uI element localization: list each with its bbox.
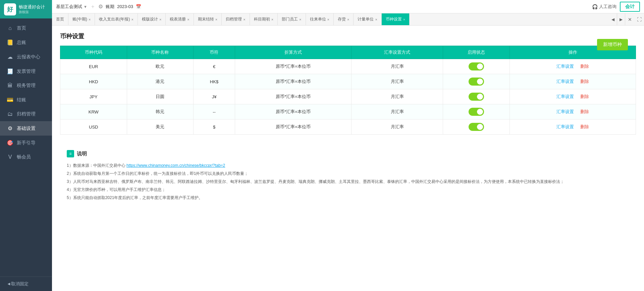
- calc-method: 原币*汇率=本位币: [235, 89, 351, 104]
- tab-close-icon[interactable]: ×: [403, 17, 405, 21]
- tab-[interactable]: 往来单位 ×: [306, 13, 334, 26]
- enable-toggle[interactable]: [469, 78, 484, 86]
- sidebar-label-member: 畅会员: [17, 154, 31, 160]
- currency-symbol: HK$: [194, 74, 235, 89]
- sidebar-footer[interactable]: ◄取消固定: [0, 277, 52, 291]
- enable-toggle[interactable]: [469, 93, 484, 101]
- tab-[interactable]: 科目期初 ×: [250, 13, 278, 26]
- settings-icon: ⚙: [7, 125, 13, 132]
- delete-link[interactable]: 删除: [580, 64, 589, 69]
- tab-close-icon[interactable]: ×: [159, 17, 161, 21]
- sidebar-item-member[interactable]: V畅会员: [0, 150, 52, 164]
- toggle-cell: [443, 74, 510, 89]
- action-cell: 汇率设置 删除: [510, 74, 636, 89]
- toggle-cell: [443, 89, 510, 104]
- sidebar-label-home: 首页: [17, 25, 26, 31]
- delete-link[interactable]: 删除: [580, 94, 589, 99]
- new-currency-button[interactable]: 新增币种: [597, 39, 628, 50]
- sidebar-item-guide[interactable]: 🎯新手引导: [0, 136, 52, 150]
- sidebar-nav: ⌂首页📒总账☁云报表中心🧾发票管理🏛税务管理💳结账🗂归档管理⚙基础设置🎯新手引导…: [0, 18, 52, 277]
- currency-name: 欧元: [127, 59, 194, 74]
- home-icon: ⌂: [7, 25, 13, 31]
- tab-close-icon[interactable]: ×: [375, 17, 377, 21]
- period-display: 账期 2023-03 📅: [106, 4, 141, 10]
- tab-[interactable]: 计量单位 ×: [354, 13, 381, 26]
- kuaiji-button[interactable]: 会计: [620, 2, 640, 12]
- tab-close-icon[interactable]: ×: [271, 17, 273, 21]
- sidebar-item-invoice[interactable]: 🧾发票管理: [0, 64, 52, 79]
- tab-[interactable]: 税表清册 ×: [166, 13, 194, 26]
- tab-[interactable]: 首页: [52, 13, 68, 26]
- reports-icon: ☁: [7, 54, 13, 60]
- tab-[interactable]: 账(中期) ×: [68, 13, 95, 26]
- notes-section: ≡ 说明 1）数据来源：中国外汇交易中心 https://www.chinamo…: [60, 145, 636, 207]
- tab-label: 账(中期): [72, 16, 87, 22]
- sidebar-item-archive[interactable]: 🗂归档管理: [0, 107, 52, 121]
- sidebar-label-tax: 税务管理: [17, 83, 36, 89]
- sidebar-item-reports[interactable]: ☁云报表中心: [0, 50, 52, 64]
- currency-symbol: €: [194, 59, 235, 74]
- content-header: 币种设置 新增币种: [60, 32, 636, 40]
- calc-method: 原币*汇率=本位币: [235, 104, 351, 119]
- table-header: 币种代码币种名称币符折算方式汇率设置方式启用状态操作: [60, 46, 636, 59]
- tab-label: 税表清册: [170, 16, 186, 22]
- col-header: 币符: [194, 46, 235, 59]
- sidebar-item-checkout[interactable]: 💳结账: [0, 93, 52, 107]
- col-header: 折算方式: [235, 46, 351, 59]
- tab-close-icon[interactable]: ×: [299, 17, 301, 21]
- chinamoney-link[interactable]: https://www.chinamoney.com.cn/chinese/bk…: [126, 163, 225, 168]
- calc-method: 原币*汇率=本位币: [235, 59, 351, 74]
- tab-close-icon[interactable]: ×: [243, 17, 245, 21]
- delete-link[interactable]: 删除: [580, 79, 589, 84]
- table-row: KRW 韩元 -- 原币*汇率=本位币 月汇率 汇率设置 删除: [60, 104, 636, 119]
- note-item: 1）数据来源：中国外汇交易中心 https://www.chinamoney.c…: [67, 161, 629, 169]
- rate-settings-link[interactable]: 汇率设置: [556, 64, 574, 69]
- tab-close-icon[interactable]: ×: [347, 17, 349, 21]
- enable-toggle[interactable]: [469, 108, 484, 116]
- sidebar-item-ledger[interactable]: 📒总账: [0, 35, 52, 50]
- tab-close-icon[interactable]: ×: [89, 17, 91, 21]
- tab-[interactable]: 存货 ×: [334, 13, 354, 26]
- sidebar-item-tax[interactable]: 🏛税务管理: [0, 79, 52, 93]
- sidebar-label-reports: 云报表中心: [17, 54, 40, 60]
- note-item: 5）系统只能自动抓取2021年度后的汇率，之前年度汇率需要用户手工维护。: [67, 194, 629, 202]
- action-cell: 汇率设置 删除: [510, 104, 636, 119]
- enable-toggle[interactable]: [469, 62, 484, 70]
- tab-close-icon[interactable]: ×: [215, 17, 217, 21]
- tab-prev-button[interactable]: ◀: [609, 13, 617, 26]
- rate-settings-link[interactable]: 汇率设置: [556, 94, 574, 99]
- notes-title: ≡ 说明: [67, 150, 629, 157]
- tab-close-icon[interactable]: ×: [327, 17, 329, 21]
- delete-link[interactable]: 删除: [580, 124, 589, 129]
- unpin-label: ◄取消固定: [7, 281, 29, 287]
- tab-expand-button[interactable]: ⛶: [635, 13, 644, 26]
- service-button[interactable]: 🎧 人工咨询: [592, 4, 616, 10]
- company-name[interactable]: 基层工会测试 ▼: [56, 4, 87, 10]
- tab-label: 收入支出表(年报): [99, 16, 130, 22]
- tab-close-icon[interactable]: ×: [187, 17, 189, 21]
- sidebar-item-settings[interactable]: ⚙基础设置: [0, 121, 52, 136]
- notes-list: 1）数据来源：中国外汇交易中心 https://www.chinamoney.c…: [67, 161, 629, 202]
- currency-table: 币种代码币种名称币符折算方式汇率设置方式启用状态操作 EUR 欧元 € 原币*汇…: [60, 46, 636, 135]
- tab-[interactable]: 部门员工 ×: [278, 13, 306, 26]
- tab-[interactable]: 期末结转 ×: [194, 13, 222, 26]
- sidebar-item-home[interactable]: ⌂首页: [0, 21, 52, 35]
- rate-settings-link[interactable]: 汇率设置: [556, 109, 574, 114]
- sidebar: 好 畅捷通好会计 旗舰版 ⌂首页📒总账☁云报表中心🧾发票管理🏛税务管理💳结账🗂归…: [0, 0, 52, 291]
- tab-[interactable]: 归档管理 ×: [222, 13, 250, 26]
- rate-settings-link[interactable]: 汇率设置: [556, 124, 574, 129]
- tab-close-icon[interactable]: ×: [131, 17, 133, 21]
- tab-[interactable]: 模版设计 ×: [138, 13, 166, 26]
- calendar-icon[interactable]: 📅: [136, 4, 141, 9]
- tab-next-button[interactable]: ▶: [617, 13, 625, 26]
- currency-name: 港元: [127, 74, 194, 89]
- tab-close-all-button[interactable]: ✕: [625, 13, 635, 26]
- tab-[interactable]: 收入支出表(年报) ×: [95, 13, 138, 26]
- rate-settings-link[interactable]: 汇率设置: [556, 79, 574, 84]
- tax-icon: 🏛: [7, 83, 13, 89]
- delete-link[interactable]: 删除: [580, 109, 589, 114]
- settings-gear-icon[interactable]: ⚙: [98, 3, 103, 10]
- tab-label: 计量单位: [358, 16, 374, 22]
- tab-[interactable]: 币种设置 ×: [382, 13, 410, 26]
- enable-toggle[interactable]: [469, 123, 484, 131]
